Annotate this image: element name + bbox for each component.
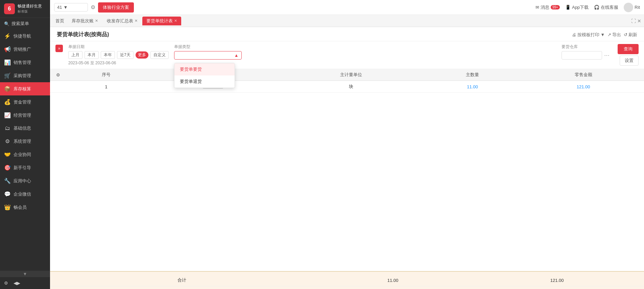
sidebar-item-sales[interactable]: 📊 销售管理 bbox=[0, 56, 50, 69]
tab-inventory[interactable]: 库存批次账 ✕ bbox=[68, 17, 102, 25]
sidebar-item-guide[interactable]: 🎯 新手引导 bbox=[0, 161, 50, 174]
table-header: ⚙ 序号 商品 主计量单位 主数量 bbox=[50, 69, 644, 81]
row-amount[interactable]: 121.00 bbox=[523, 81, 644, 93]
enterprise-label: 企业协同 bbox=[14, 152, 31, 158]
type-selected-value bbox=[177, 53, 178, 58]
date-btn-more[interactable]: 更多 bbox=[136, 51, 148, 59]
sidebar-item-quick-nav[interactable]: ⚡ 快捷导航 bbox=[0, 29, 50, 43]
tab-order-stat[interactable]: 要货单统计表 ✕ bbox=[142, 17, 181, 25]
date-range-display: 2023-05-06 至 2023-06-06 bbox=[68, 60, 169, 66]
date-range-row: 上月 本月 本年 近7天 更多 自定义 bbox=[68, 51, 169, 59]
tab-order-stat-label: 要货单统计表 bbox=[146, 18, 173, 24]
store-selector[interactable]: 41 ▼ bbox=[54, 3, 88, 12]
filter-expand-button[interactable]: » bbox=[55, 45, 63, 52]
message-icon: ✉ bbox=[535, 5, 539, 10]
date-btn-prev-month[interactable]: 上月 bbox=[68, 51, 82, 59]
refresh-button[interactable]: ↺ 刷新 bbox=[624, 32, 637, 38]
basic-label: 基础信息 bbox=[14, 125, 31, 131]
topbar-gear-icon[interactable]: ⚙ bbox=[91, 4, 95, 10]
tabs-close-btn[interactable]: ✕ bbox=[637, 18, 641, 24]
sidebar-item-operations[interactable]: 📈 经营管理 bbox=[0, 109, 50, 122]
finance-label: 资金管理 bbox=[14, 99, 31, 105]
app-center-icon: 🔧 bbox=[4, 178, 11, 184]
quantity-link[interactable]: 11.00 bbox=[467, 84, 478, 89]
warehouse-filter-label: 要货仓库 bbox=[562, 44, 610, 50]
table-footer-container: 合计 11.00 121.00 bbox=[50, 271, 644, 289]
col-amount: 零售金额 bbox=[523, 69, 644, 81]
footer-quantity: 11.00 bbox=[316, 274, 470, 286]
app-name: 畅捷通好生意 bbox=[18, 4, 42, 9]
sidebar-item-basic[interactable]: 🗂 基础信息 bbox=[0, 122, 50, 135]
row-unit: 块 bbox=[280, 81, 422, 93]
export-button[interactable]: ↗ 导出 bbox=[607, 32, 621, 38]
messages-button[interactable]: ✉ 消息 99+ bbox=[535, 4, 560, 10]
avatar bbox=[624, 3, 633, 12]
type-dropdown-icon: ▲ bbox=[234, 53, 239, 58]
table-body: 1 块 11.00 121.00 bbox=[50, 81, 644, 93]
user-avatar-button[interactable]: Rit bbox=[624, 3, 640, 12]
purchase-icon: 🛒 bbox=[4, 72, 11, 79]
inventory-icon: 📦 bbox=[4, 86, 11, 92]
footer-label bbox=[66, 274, 114, 286]
download-button[interactable]: 📱 App下载 bbox=[565, 4, 589, 10]
type-select[interactable]: ▲ bbox=[174, 51, 242, 60]
user-name: Rit bbox=[635, 5, 640, 10]
inventory-label: 库存核算 bbox=[14, 86, 31, 92]
tab-receivable-label: 收发存汇总表 bbox=[107, 18, 133, 24]
dropdown-item-purchase-order[interactable]: 要货单要货 bbox=[174, 63, 235, 75]
col-settings[interactable]: ⚙ bbox=[50, 69, 66, 81]
sidebar-item-purchase[interactable]: 🛒 采购管理 bbox=[0, 69, 50, 82]
sidebar-item-member[interactable]: 👑 畅会员 bbox=[0, 201, 50, 214]
sidebar-item-app-center[interactable]: 🔧 应用中心 bbox=[0, 174, 50, 187]
print-button[interactable]: 🖨 按模板打印 ▼ bbox=[572, 32, 605, 38]
messages-badge: 99+ bbox=[551, 5, 560, 9]
sidebar: 6 畅捷通好生意 标准版 🔍 搜索菜单 ⚡ 快捷导航 📢 营销推广 📊 销售管理… bbox=[0, 0, 50, 289]
tab-receivable-close[interactable]: ✕ bbox=[135, 19, 138, 23]
main-area: 41 ▼ ⚙ 体验行业方案 ✉ 消息 99+ 📱 App下载 🎧 在线客服 R bbox=[50, 0, 644, 289]
settings-button[interactable]: 设置 bbox=[620, 55, 639, 66]
sales-label: 销售管理 bbox=[14, 60, 31, 66]
tabs-bar: 首页 库存批次账 ✕ 收发存汇总表 ✕ 要货单统计表 ✕ ⛶ ✕ bbox=[50, 15, 644, 27]
tab-inventory-close[interactable]: ✕ bbox=[95, 19, 98, 23]
dropdown-item-return-order[interactable]: 要货单退货 bbox=[174, 75, 235, 88]
warehouse-select[interactable] bbox=[562, 51, 602, 60]
table-container: ⚙ 序号 商品 主计量单位 主数量 bbox=[50, 69, 644, 271]
sidebar-item-finance[interactable]: 💰 资金管理 bbox=[0, 95, 50, 109]
topbar-right: ✉ 消息 99+ 📱 App下载 🎧 在线客服 Rit bbox=[535, 3, 640, 12]
filter-bar: » 单据日期 上月 本月 本年 近7天 bbox=[50, 41, 644, 69]
sidebar-item-wechat[interactable]: 💬 企业微信 bbox=[0, 187, 50, 201]
date-btn-7days[interactable]: 近7天 bbox=[117, 51, 134, 59]
query-button[interactable]: 查询 bbox=[618, 44, 639, 54]
tabs-maximize-btn[interactable]: ⛶ bbox=[631, 18, 636, 24]
guide-icon: 🎯 bbox=[4, 164, 11, 171]
tab-order-stat-close[interactable]: ✕ bbox=[174, 19, 177, 23]
trial-button[interactable]: 体验行业方案 bbox=[98, 2, 134, 13]
basic-icon: 🗂 bbox=[4, 125, 11, 131]
service-button[interactable]: 🎧 在线客服 bbox=[594, 4, 618, 10]
tabs-actions: ⛶ ✕ bbox=[631, 18, 641, 24]
sidebar-item-enterprise[interactable]: 🤝 企业协同 bbox=[0, 148, 50, 161]
collapse-icon[interactable]: ◀▶ bbox=[14, 281, 20, 286]
filter-warehouse-group: 要货仓库 ⋯ bbox=[562, 44, 610, 60]
date-btn-custom[interactable]: 自定义 bbox=[150, 51, 169, 59]
logo-icon: 6 bbox=[4, 3, 15, 14]
amount-link[interactable]: 121.00 bbox=[577, 84, 590, 89]
tab-receivable[interactable]: 收发存汇总表 ✕ bbox=[103, 17, 142, 25]
sidebar-search[interactable]: 🔍 搜索菜单 bbox=[0, 18, 50, 29]
download-icon: 📱 bbox=[565, 5, 571, 10]
sidebar-scroll-down[interactable]: ▼ bbox=[0, 271, 50, 277]
date-btn-this-year[interactable]: 本年 bbox=[101, 51, 115, 59]
sidebar-item-system[interactable]: ⚙ 系统管理 bbox=[0, 135, 50, 148]
purchase-label: 采购管理 bbox=[14, 73, 31, 79]
row-quantity[interactable]: 11.00 bbox=[422, 81, 523, 93]
sidebar-item-inventory[interactable]: 📦 库存核算 bbox=[0, 82, 50, 95]
footer-product-col: 合计 bbox=[114, 274, 251, 286]
tab-home[interactable]: 首页 bbox=[53, 17, 67, 25]
settings-icon[interactable]: ⚙ bbox=[4, 281, 8, 286]
sidebar-item-marketing[interactable]: 📢 营销推广 bbox=[0, 43, 50, 56]
date-btn-this-month[interactable]: 本月 bbox=[85, 51, 99, 59]
filter-more-icon[interactable]: ⋯ bbox=[604, 52, 610, 59]
col-unit: 主计量单位 bbox=[280, 69, 422, 81]
app-version: 标准版 bbox=[18, 9, 42, 14]
member-icon: 👑 bbox=[4, 204, 11, 210]
